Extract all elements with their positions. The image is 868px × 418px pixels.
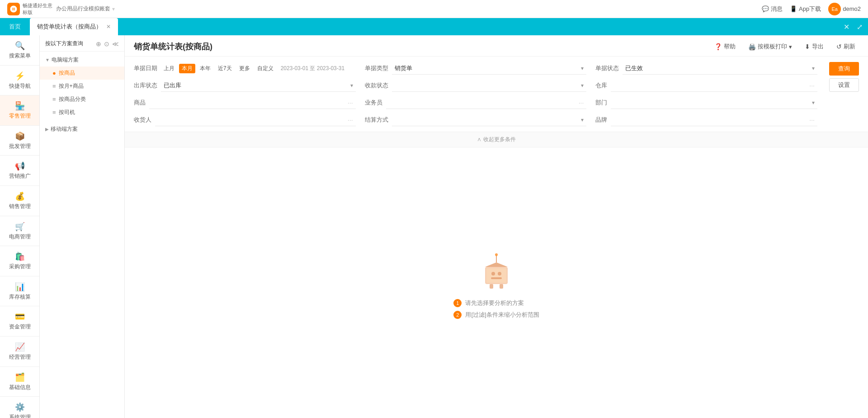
scheme-settings-icon[interactable]: ⊙ [104, 40, 109, 48]
scheme-group-mobile: ▶ 移动端方案 [40, 121, 124, 138]
bill-type-control[interactable]: 销货单 ▾ [392, 62, 587, 75]
scheme-item-icon: ≡ [52, 83, 56, 90]
bill-status-control[interactable]: 已生效 ▾ [623, 62, 817, 75]
receiver-control[interactable]: ··· [155, 114, 356, 126]
tab-close-window-icon[interactable]: ✕ [842, 21, 851, 33]
scheme-item-by-month-product[interactable]: ≡ 按月+商品 [40, 80, 124, 93]
scheme-group-pc-header[interactable]: ▼ 电脑端方案 [40, 53, 124, 66]
user-menu[interactable]: Ea demo2 [828, 3, 861, 15]
empty-tip-2: 2 用[过滤]条件来缩小分析范围 [453, 311, 539, 319]
sidebar-item-marketing[interactable]: 📢 营销推广 [0, 156, 39, 186]
date-tab-more[interactable]: 更多 [236, 64, 253, 73]
user-name-label: demo2 [843, 5, 861, 12]
brand-control[interactable]: ··· [611, 114, 817, 126]
expand-icon: ▼ [45, 57, 50, 62]
purchase-icon: 🛍️ [15, 252, 25, 261]
sidebar-item-wholesale[interactable]: 📦 批发管理 [0, 126, 39, 156]
date-tab-last-month[interactable]: 上月 [161, 64, 177, 73]
settings-button[interactable]: 设置 [829, 78, 859, 92]
svg-point-6 [495, 253, 498, 256]
empty-illustration [474, 247, 519, 292]
scheme-panel: 按以下方案查询 ⊕ ⊙ ≪ ▼ 电脑端方案 ● 按商品 ≡ [40, 35, 125, 418]
warehouse-label: 仓库 [595, 81, 607, 90]
query-button[interactable]: 查询 [829, 62, 859, 76]
inventory-icon: 📊 [15, 282, 25, 292]
date-tab-this-year[interactable]: 本年 [197, 64, 213, 73]
template-print-button[interactable]: 🖨️ 按模板打印 ▾ [745, 41, 796, 52]
settlement-label: 结算方式 [365, 116, 388, 124]
warehouse-control[interactable]: ··· [611, 79, 817, 92]
content-area: 按以下方案查询 ⊕ ⊙ ≪ ▼ 电脑端方案 ● 按商品 ≡ [40, 35, 868, 418]
breadcrumb: 办公用品行业模拟账套 ▾ [56, 5, 115, 13]
logo-text: 畅捷通好生意 标版 [23, 2, 52, 15]
message-icon: 💬 [762, 5, 769, 12]
sidebar-item-sales[interactable]: 💰 销售管理 [0, 186, 39, 216]
scheme-add-icon[interactable]: ⊕ [96, 40, 101, 48]
department-control[interactable]: ▾ [611, 96, 817, 109]
date-range-value: 2023-03-01 至 2023-03-31 [281, 65, 344, 72]
bill-type-arrow-icon: ▾ [581, 65, 584, 71]
filter-date: 单据日期 上月 本月 本年 近7天 更多 自定义 [134, 64, 356, 73]
tab-home[interactable]: 首页 [0, 18, 30, 35]
phone-icon: 📱 [790, 5, 797, 12]
scheme-collapse-icon[interactable]: ≪ [112, 40, 119, 48]
date-tab-7days[interactable]: 近7天 [215, 64, 235, 73]
scheme-item-by-driver[interactable]: ≡ 按司机 [40, 106, 124, 119]
print-dropdown-icon: ▾ [789, 43, 792, 50]
receipt-status-control[interactable]: ▾ [392, 79, 587, 92]
department-label: 部门 [595, 99, 607, 107]
scheme-item-icon: ≡ [52, 96, 56, 103]
wholesale-icon: 📦 [15, 131, 25, 141]
sidebar-item-operations[interactable]: 📈 经营管理 [0, 337, 39, 367]
tab-maximize-icon[interactable]: ⤢ [855, 21, 864, 33]
filter-settlement: 结算方式 ▾ [365, 114, 587, 126]
empty-tips: 1 请先选择要分析的方案 2 用[过滤]条件来缩小分析范围 [453, 299, 539, 319]
export-icon: ⬇ [805, 43, 810, 50]
logo-icon [7, 3, 20, 15]
help-button[interactable]: ❓ 帮助 [711, 41, 739, 52]
scheme-item-by-category[interactable]: ≡ 按商品分类 [40, 93, 124, 106]
export-button[interactable]: ⬇ 导出 [801, 41, 827, 52]
tab-sales-stat[interactable]: 销货单统计表（按商品） ✕ [30, 18, 118, 35]
scheme-item-by-product[interactable]: ● 按商品 [40, 66, 124, 80]
message-button[interactable]: 💬 消息 [762, 5, 783, 13]
collapse-bar[interactable]: ∧ 收起更多条件 [125, 132, 868, 147]
bill-type-label: 单据类型 [365, 64, 388, 72]
sidebar-item-finance[interactable]: 💳 资金管理 [0, 306, 39, 337]
filter-row-1: 单据日期 上月 本月 本年 近7天 更多 自定义 [134, 62, 817, 75]
filter-warehouse: 仓库 ··· [595, 79, 817, 92]
help-icon: ❓ [714, 43, 722, 50]
sidebar-item-retail[interactable]: 🏪 零售管理 [0, 95, 39, 126]
avatar: Ea [828, 3, 841, 15]
topbar-right: 💬 消息 📱 App下载 Ea demo2 [762, 3, 861, 15]
out-status-control[interactable]: 已出库 ▾ [161, 79, 356, 92]
filter-out-status: 出库状态 已出库 ▾ [134, 79, 356, 92]
product-label: 商品 [134, 99, 146, 107]
scheme-group-mobile-header[interactable]: ▶ 移动端方案 [40, 123, 124, 136]
scheme-panel-title: 按以下方案查询 [45, 40, 83, 48]
sidebar-item-purchase[interactable]: 🛍️ 采购管理 [0, 246, 39, 276]
sidebar-item-ecommerce[interactable]: 🛒 电商管理 [0, 216, 39, 247]
filter-row-2: 出库状态 已出库 ▾ 收款状态 ▾ [134, 79, 817, 92]
sidebar-item-inventory[interactable]: 📊 库存核算 [0, 276, 39, 307]
date-tab-this-month[interactable]: 本月 [179, 64, 195, 73]
sidebar-item-search[interactable]: 🔍 搜索菜单 [0, 35, 39, 66]
salesperson-control[interactable]: ··· [386, 96, 587, 109]
out-status-label: 出库状态 [134, 81, 157, 90]
date-label: 单据日期 [134, 64, 157, 72]
app-download-button[interactable]: 📱 App下载 [790, 5, 821, 13]
refresh-button[interactable]: ↺ 刷新 [833, 41, 859, 52]
sidebar-item-basic[interactable]: 🗂️ 基础信息 [0, 367, 39, 397]
date-tab-custom[interactable]: 自定义 [255, 64, 276, 73]
settlement-control[interactable]: ▾ [392, 114, 587, 126]
sidebar-item-system[interactable]: ⚙️ 系统管理 [0, 397, 39, 418]
receiver-dots-icon: ··· [348, 116, 353, 124]
filter-receipt-status: 收款状态 ▾ [365, 79, 587, 92]
svg-point-3 [498, 272, 501, 276]
quicknav-icon: ⚡ [15, 71, 25, 81]
page-title: 销货单统计表(按商品) [134, 41, 212, 52]
svg-rect-8 [500, 284, 503, 289]
product-control[interactable]: ··· [149, 96, 356, 109]
sidebar-item-quicknav[interactable]: ⚡ 快捷导航 [0, 66, 39, 96]
tab-close-icon[interactable]: ✕ [106, 24, 111, 30]
